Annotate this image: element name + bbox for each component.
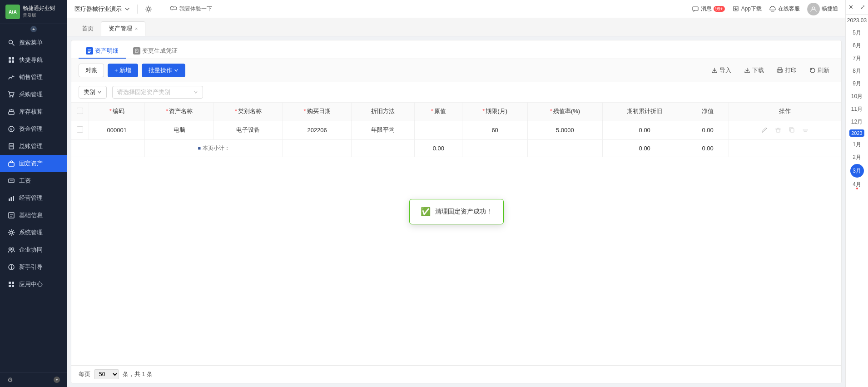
month-jan-2023[interactable]: 1月 [848,139,866,150]
sidebar-scroll-down[interactable] [54,377,60,383]
new-button[interactable]: + 新增 [108,64,138,77]
month-aug-2022[interactable]: 8月 [848,65,866,77]
reconcile-button[interactable]: 对账 [79,64,104,77]
tab-close-icon[interactable]: × [135,26,138,31]
sidebar-item-inventory[interactable]: 库存核算 [0,103,67,120]
month-dec-2022[interactable]: 12月 [848,116,866,128]
purchase-icon [7,90,15,99]
sidebar-menu: 搜索菜单 快捷导航 销售管理 采购管理 库存核算 [0,34,67,372]
copy-icon[interactable] [787,125,797,135]
success-toast: ✅ 清理固定资产成功！ [409,199,504,224]
month-jul-2022[interactable]: 7月 [848,52,866,64]
sidebar-item-operations[interactable]: 经营管理 [0,189,67,207]
row-category: 电子设备 [214,120,283,140]
sidebar-item-finance[interactable]: ¥ 资金管理 [0,120,67,138]
category-label: 类别 [84,88,95,96]
sidebar-item-enterprise[interactable]: 企业协同 [0,241,67,258]
edit-icon[interactable] [759,125,769,135]
subtotal-label-cell: ■ 本页小计： [145,140,283,157]
customer-service-btn[interactable]: 在线客服 [769,5,800,13]
header-depreciation-method: 折旧方法 [352,103,415,120]
panel-expand-icon[interactable]: ⤢ [860,4,865,10]
logo-icon: AtA [5,5,20,19]
sidebar-item-ledger[interactable]: 总账管理 [0,138,67,155]
sidebar-item-quick-nav[interactable]: 快捷导航 [0,51,67,69]
import-icon [711,67,718,74]
sub-tab-asset-list[interactable]: 资产明细 [79,44,126,59]
sidebar-item-app-center[interactable]: 应用中心 [0,276,67,293]
svg-rect-2 [9,57,11,60]
svg-rect-34 [693,7,698,10]
sidebar-item-purchase[interactable]: 采购管理 [0,86,67,103]
print-icon [777,67,783,74]
sidebar-item-label: 快捷导航 [19,56,43,64]
sidebar-bottom: ⚙ [0,372,67,387]
sidebar-item-payroll[interactable]: 工资 [0,172,67,189]
month-apr-2023[interactable]: 4月 [848,179,866,190]
more-icon[interactable] [800,125,810,135]
app-download-btn[interactable]: App下载 [732,5,762,13]
svg-point-33 [147,8,150,10]
svg-rect-5 [12,60,14,63]
sidebar-scroll-up[interactable] [0,24,67,34]
month-oct-2022[interactable]: 10月 [848,90,866,102]
user-profile[interactable]: 畅捷通 [807,3,838,15]
filter-row: 类别 请选择固定资产类别 [71,82,841,103]
topbar-right: 消息 99+ App下载 在线客服 畅捷通 [692,3,838,15]
table-header-row: *编码 *资产名称 *类别名称 *购买日期 折旧方法 *原值 *期限(月) *残… [71,103,841,120]
message-icon [692,5,699,13]
sidebar-item-guide[interactable]: 新手引导 [0,258,67,276]
header-code: *编码 [89,103,145,120]
svg-point-0 [9,40,13,44]
fixed-assets-icon [7,159,15,168]
month-mar-2023[interactable]: 3月 [850,164,864,178]
page-size-select[interactable]: 50 100 200 [94,369,119,379]
month-sep-2022[interactable]: 9月 [848,78,866,89]
sidebar-item-basic-info[interactable]: 基础信息 [0,207,67,224]
month-may-2022[interactable]: 5月 [848,27,866,39]
panel-close-icon[interactable]: ✕ [848,4,853,10]
voucher-gen-icon [133,47,140,55]
export-button[interactable]: 导入 [707,64,736,77]
sidebar-item-label: 系统管理 [19,228,43,237]
header-checkbox[interactable] [77,108,83,114]
header-period: *期限(月) [462,103,528,120]
tab-asset-mgmt[interactable]: 资产管理 × [101,21,145,36]
category-filter[interactable]: 类别 [79,86,107,99]
message-btn[interactable]: 消息 99+ [692,5,725,13]
subtotal-empty [71,140,145,157]
table-row: 000001 电脑 电子设备 202206 年限平均 60 5.0000 0.0… [71,120,841,140]
success-icon: ✅ [421,207,431,217]
month-feb-2023[interactable]: 2月 [848,151,866,163]
category-value-filter[interactable]: 请选择固定资产类别 [112,86,203,99]
batch-ops-button[interactable]: 批量操作 [142,64,185,77]
month-nov-2022[interactable]: 11月 [848,103,866,115]
sidebar-item-fixed-assets[interactable]: 固定资产 [0,155,67,172]
settings-icon-area[interactable] [145,5,152,13]
try-experience[interactable]: 我要体验一下 [170,5,212,13]
toast-message: 清理固定资产成功！ [435,208,492,216]
download-icon [744,67,750,74]
sidebar-item-system[interactable]: 系统管理 [0,224,67,241]
refresh-button[interactable]: 刷新 [805,64,834,77]
system-icon [7,228,15,237]
sub-tab-voucher-gen[interactable]: 变更生成凭证 [126,44,185,59]
search-icon [7,39,15,47]
download-button[interactable]: 下载 [739,64,769,77]
guide-icon [7,263,15,271]
sidebar-item-search[interactable]: 搜索菜单 [0,34,67,51]
delete-icon[interactable] [773,125,783,135]
tab-home[interactable]: 首页 [74,21,101,36]
svg-rect-20 [11,197,12,201]
avatar [807,3,820,15]
month-jun-2022[interactable]: 6月 [848,40,866,51]
print-button[interactable]: 打印 [772,64,801,77]
company-selector[interactable]: 医疗器械行业演示 [74,5,130,13]
sidebar-item-sales[interactable]: 销售管理 [0,69,67,86]
header-purchase-date: *购买日期 [283,103,352,120]
row-checkbox[interactable] [77,126,83,133]
settings-bottom-icon[interactable]: ⚙ [7,376,13,383]
year-2023-badge[interactable]: 2023 [849,129,864,137]
total-label: 条，共 1 条 [123,370,153,378]
svg-rect-50 [790,129,794,132]
